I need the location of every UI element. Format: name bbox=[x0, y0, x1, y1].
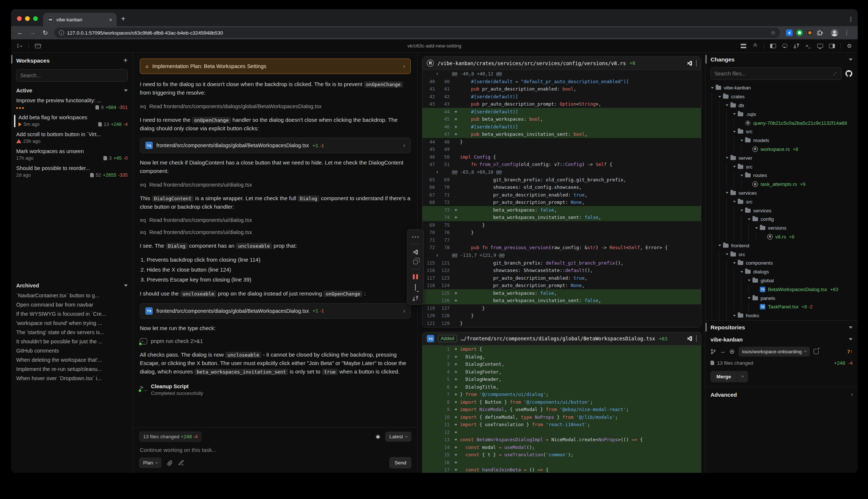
expand-hunk-icon[interactable]: ↑ bbox=[422, 71, 452, 76]
expand-hunk-icon[interactable]: ↕ bbox=[422, 170, 452, 174]
terminal-command-row[interactable]: >_pnpm run check 2>&1 bbox=[140, 338, 411, 344]
extension-icon[interactable] bbox=[807, 29, 813, 36]
stop-agent-icon[interactable] bbox=[413, 274, 418, 279]
plan-banner[interactable]: ≡Implementation Plan: Beta Workspaces Se… bbox=[140, 59, 411, 74]
collapse-repositories-icon[interactable] bbox=[849, 326, 853, 329]
terminal-icon[interactable]: >_ bbox=[805, 43, 811, 49]
archived-workspace-item[interactable]: Implement the re-run setup/cleanu... bbox=[11, 364, 133, 374]
reload-icon[interactable]: ↻ bbox=[40, 29, 51, 37]
copy-icon[interactable] bbox=[413, 260, 418, 264]
tree-folder-row[interactable]: db bbox=[705, 101, 858, 110]
address-bar[interactable]: i 127.0.0.1:57095/workspaces/c63c9fd6-df… bbox=[54, 28, 780, 38]
browser-menu-icon[interactable]: ⋮ bbox=[842, 29, 852, 36]
tree-folder-row[interactable]: src bbox=[705, 162, 858, 171]
collapse-active-icon[interactable] bbox=[124, 89, 128, 92]
forward-icon[interactable]: → bbox=[27, 29, 38, 36]
sparkle-icon[interactable]: ∗ bbox=[375, 432, 381, 441]
folder-chevron-icon[interactable] bbox=[747, 279, 752, 282]
tree-folder-row[interactable]: components bbox=[705, 259, 858, 268]
file-change-card[interactable]: TSfrontend/src/components/dialogs/global… bbox=[140, 303, 411, 319]
tree-folder-row[interactable]: frontend bbox=[705, 241, 858, 250]
folder-chevron-icon[interactable] bbox=[710, 87, 715, 89]
open-preview-icon[interactable] bbox=[415, 284, 416, 291]
tree-folder-row[interactable]: panels bbox=[705, 294, 858, 302]
tree-file-row[interactable]: TSTaskPanel.tsx+8 -2 bbox=[705, 302, 858, 311]
merge-button[interactable]: Merge bbox=[711, 371, 737, 382]
file-change-card[interactable]: TSfrontend/src/components/dialogs/global… bbox=[140, 138, 411, 153]
folder-chevron-icon[interactable] bbox=[739, 139, 744, 142]
tree-folder-row[interactable]: models bbox=[705, 136, 858, 145]
attach-paperclip-icon[interactable] bbox=[167, 460, 173, 466]
panel-drag-handle[interactable] bbox=[705, 55, 707, 64]
workspace-search[interactable] bbox=[16, 69, 128, 82]
collapse-chevron-icon[interactable] bbox=[696, 335, 697, 342]
tool-read-row[interactable]: ≡qRead frontend/src/components/ui/dialog… bbox=[140, 217, 411, 223]
tree-folder-row[interactable]: server bbox=[705, 153, 858, 162]
layout-rows-icon[interactable] bbox=[740, 43, 747, 49]
expand-hunk-icon[interactable]: ↕ bbox=[422, 253, 452, 258]
preview-monitor-icon[interactable] bbox=[817, 43, 823, 49]
tree-file-row[interactable]: Rtask_attempts.rs+9 bbox=[705, 180, 858, 189]
collapse-changes-icon[interactable] bbox=[849, 59, 853, 61]
folder-chevron-icon[interactable] bbox=[739, 271, 744, 273]
folder-chevron-icon[interactable] bbox=[724, 104, 730, 106]
folder-chevron-icon[interactable] bbox=[717, 96, 722, 98]
site-info-icon[interactable]: i bbox=[59, 30, 64, 35]
repo-row[interactable]: vibe-kanban bbox=[705, 333, 858, 344]
panel-drag-handle[interactable] bbox=[705, 323, 707, 332]
folder-chevron-icon[interactable] bbox=[732, 262, 737, 264]
extension-icon[interactable]: d bbox=[786, 29, 793, 36]
archived-workspace-item[interactable]: 'workspace not found' when trying ... bbox=[11, 318, 133, 328]
archived-workspace-item[interactable]: `NavbarContainer.tsx` button to g... bbox=[11, 291, 133, 300]
diff-card-header[interactable]: TSAdded…/frontend/src/components/dialogs… bbox=[422, 332, 701, 346]
new-tab-button[interactable]: + bbox=[117, 15, 131, 26]
extensions-puzzle-icon[interactable] bbox=[817, 30, 823, 36]
more-options-icon[interactable] bbox=[412, 233, 419, 239]
tree-folder-row[interactable]: dialogs bbox=[705, 268, 858, 276]
folder-chevron-icon[interactable] bbox=[724, 192, 730, 194]
tree-file-row[interactable]: ⚙query-70b21c5c0a2ba5c21c9c1132f14a68 bbox=[705, 118, 858, 127]
close-window-button[interactable] bbox=[17, 16, 22, 21]
folder-chevron-icon[interactable] bbox=[732, 166, 737, 168]
open-pr-icon[interactable] bbox=[814, 349, 819, 354]
merge-options-chevron[interactable] bbox=[737, 371, 748, 382]
archived-workspace-item[interactable]: Open command bar from navbar bbox=[11, 300, 133, 309]
folder-chevron-icon[interactable] bbox=[724, 253, 730, 255]
tree-folder-row[interactable]: crates bbox=[705, 92, 858, 101]
archived-workspace-item[interactable]: GitHub comments bbox=[11, 346, 133, 355]
active-section-header[interactable]: Active bbox=[11, 85, 133, 96]
version-dropdown[interactable]: Latest bbox=[385, 432, 411, 442]
folder-chevron-icon[interactable] bbox=[732, 113, 737, 115]
tab-list-chevron-icon[interactable] bbox=[844, 17, 858, 26]
tool-read-row[interactable]: ≡qRead frontend/src/components/ui/dialog… bbox=[140, 229, 411, 235]
tree-folder-row[interactable]: .sqlx bbox=[705, 110, 858, 118]
tree-folder-row[interactable]: config bbox=[705, 215, 858, 224]
collapse-archived-icon[interactable] bbox=[124, 284, 128, 287]
tree-folder-row[interactable]: vibe-kanban bbox=[705, 84, 858, 92]
archived-workspace-item[interactable]: It shouldn't be possible for just the ..… bbox=[11, 337, 133, 346]
tree-file-row[interactable]: TSBetaWorkspacesDialog.tsx+63 bbox=[705, 285, 858, 294]
extension-icon[interactable] bbox=[796, 29, 803, 36]
git-compare-icon[interactable] bbox=[412, 295, 418, 301]
workspace-item[interactable]: Add scroll to bottom button in `Virt...2… bbox=[11, 130, 133, 146]
files-changed-chip[interactable]: 13 files changed +248 -4 bbox=[139, 431, 202, 442]
tree-folder-row[interactable]: routes bbox=[705, 171, 858, 180]
folder-chevron-icon[interactable] bbox=[754, 227, 759, 229]
archived-workspace-item[interactable]: When hover over `Dropdown.tsx` i... bbox=[11, 374, 133, 383]
folder-chevron-icon[interactable] bbox=[724, 157, 730, 159]
open-in-vscode-icon[interactable] bbox=[412, 249, 418, 255]
tree-folder-row[interactable]: src bbox=[705, 127, 858, 136]
tree-file-row[interactable]: Rv8.rs+8 bbox=[705, 233, 858, 241]
advanced-section[interactable]: Advanced bbox=[705, 387, 858, 402]
script-status-block[interactable]: >_Cleanup ScriptCompleted successfully bbox=[140, 383, 411, 396]
back-icon[interactable]: ← bbox=[15, 29, 26, 36]
git-compare-icon[interactable] bbox=[793, 43, 800, 49]
minimize-window-button[interactable] bbox=[25, 16, 30, 21]
tab-close-icon[interactable]: × bbox=[109, 17, 112, 23]
branch-dropdown[interactable]: louis/workspace-onboarding bbox=[738, 347, 810, 357]
collapse-repo-icon[interactable] bbox=[849, 338, 853, 340]
left-panel-toggle-icon[interactable] bbox=[770, 43, 776, 49]
tree-file-row[interactable]: Rworkspace.rs+8 bbox=[705, 145, 858, 154]
folder-chevron-icon[interactable] bbox=[739, 209, 744, 212]
tree-folder-row[interactable]: src bbox=[705, 250, 858, 259]
